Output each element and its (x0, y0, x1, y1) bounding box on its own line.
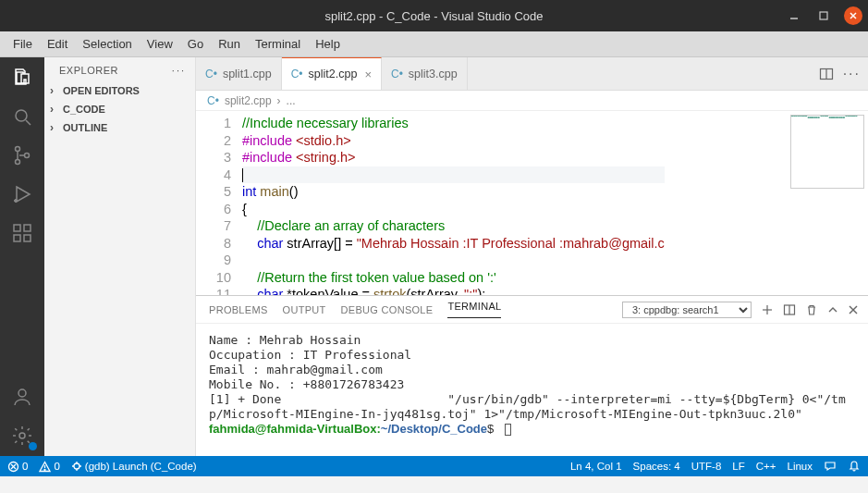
sidebar-section[interactable]: ›OUTLINE (44, 118, 195, 137)
svg-rect-15 (24, 235, 31, 241)
svg-point-4 (16, 110, 27, 121)
svg-rect-13 (14, 225, 20, 231)
terminal-select[interactable]: 3: cppdbg: search1 (622, 302, 752, 318)
notifications-icon[interactable] (848, 460, 861, 473)
tab-bar: C•split1.cppC•split2.cpp×C•split3.cpp ··… (196, 57, 868, 91)
window-title: split2.cpp - C_Code - Visual Studio Code (324, 9, 543, 23)
search-icon[interactable] (9, 104, 35, 129)
svg-rect-1 (820, 12, 827, 19)
status-eol[interactable]: LF (732, 461, 744, 472)
sidebar-more-icon[interactable]: ··· (172, 65, 186, 76)
menu-view[interactable]: View (140, 33, 180, 55)
panel-tab-bar: PROBLEMSOUTPUTDEBUG CONSOLETERMINAL 3: c… (196, 296, 868, 324)
sidebar: EXPLORER ··· ›OPEN EDITORS›C_CODE›OUTLIN… (44, 57, 196, 456)
close-tab-icon[interactable]: × (364, 68, 372, 81)
editor-tab[interactable]: C•split2.cpp× (282, 57, 382, 90)
explorer-icon[interactable] (9, 65, 35, 91)
cpp-file-icon: C• (207, 94, 219, 107)
svg-point-18 (19, 433, 25, 438)
svg-point-17 (18, 389, 26, 397)
close-panel-icon[interactable] (848, 304, 859, 315)
panel-tab[interactable]: DEBUG CONSOLE (341, 304, 434, 315)
status-launch[interactable]: (gdb) Launch (C_Code) (71, 461, 197, 472)
split-editor-icon[interactable] (819, 67, 834, 81)
titlebar: split2.cpp - C_Code - Visual Studio Code (0, 0, 868, 31)
terminal-output[interactable]: Name : Mehrab Hossain Occupation : IT Pr… (196, 324, 868, 456)
minimap[interactable]: ▀▀▀▀▀▀▀▀ ▄▄▄▄▄▄ ▀▀▀▀ ▄▄▄▄▄▄▄▄ ▀▀▀▀▀▀ (790, 115, 864, 189)
code-editor[interactable]: 1234567891011 //Include necessary librar… (196, 111, 868, 295)
svg-rect-16 (24, 225, 31, 231)
cpp-file-icon: C• (291, 68, 303, 80)
chevron-right-icon: › (50, 121, 61, 134)
editor-tab[interactable]: C•split3.cpp (382, 57, 468, 90)
feedback-icon[interactable] (824, 460, 837, 473)
svg-point-33 (74, 463, 79, 469)
status-errors[interactable]: 0 (7, 461, 28, 473)
extensions-icon[interactable] (9, 220, 35, 246)
trash-icon[interactable] (805, 303, 818, 316)
panel-tab[interactable]: OUTPUT (283, 304, 326, 315)
status-encoding[interactable]: UTF-8 (691, 461, 722, 472)
svg-line-5 (26, 120, 31, 125)
accounts-icon[interactable] (9, 384, 35, 410)
panel-tab[interactable]: TERMINAL (447, 301, 501, 318)
sidebar-section[interactable]: ›C_CODE (44, 100, 195, 118)
svg-marker-9 (17, 187, 30, 202)
new-terminal-icon[interactable] (761, 303, 774, 316)
status-os[interactable]: Linux (788, 461, 813, 472)
menu-selection[interactable]: Selection (75, 33, 139, 55)
activity-bar (0, 57, 44, 456)
split-terminal-icon[interactable] (783, 303, 796, 316)
cpp-file-icon: C• (391, 68, 403, 80)
panel: PROBLEMSOUTPUTDEBUG CONSOLETERMINAL 3: c… (196, 295, 868, 456)
status-spaces[interactable]: Spaces: 4 (633, 461, 680, 472)
menu-run[interactable]: Run (211, 33, 248, 55)
status-warnings[interactable]: 0 (39, 461, 59, 473)
menu-go[interactable]: Go (180, 33, 211, 55)
chevron-right-icon: › (50, 84, 61, 97)
window-controls (785, 6, 862, 25)
chevron-up-icon[interactable] (827, 304, 838, 315)
breadcrumb[interactable]: C• split2.cpp › ... (196, 91, 868, 111)
menu-edit[interactable]: Edit (40, 33, 75, 55)
svg-point-7 (16, 160, 20, 165)
menu-help[interactable]: Help (308, 33, 348, 55)
minimize-button[interactable] (785, 6, 803, 25)
status-lncol[interactable]: Ln 4, Col 1 (570, 461, 622, 472)
sidebar-section[interactable]: ›OPEN EDITORS (44, 81, 195, 100)
maximize-button[interactable] (814, 6, 833, 25)
svg-point-8 (25, 154, 30, 158)
panel-tab[interactable]: PROBLEMS (209, 304, 268, 315)
menubar: FileEditSelectionViewGoRunTerminalHelp (0, 31, 868, 57)
settings-icon[interactable] (9, 423, 35, 449)
editor-tab[interactable]: C•split1.cpp (196, 57, 282, 90)
sidebar-title: EXPLORER (59, 65, 118, 76)
status-bar: 0 0 (gdb) Launch (C_Code) Ln 4, Col 1 Sp… (0, 456, 868, 476)
svg-point-6 (16, 147, 20, 152)
source-control-icon[interactable] (9, 142, 35, 168)
chevron-right-icon: › (50, 103, 61, 116)
svg-rect-14 (14, 235, 20, 241)
editor-more-icon[interactable]: ··· (843, 66, 861, 82)
close-button[interactable] (844, 6, 862, 25)
menu-terminal[interactable]: Terminal (248, 33, 308, 55)
cpp-file-icon: C• (205, 68, 217, 80)
status-language[interactable]: C++ (756, 461, 776, 472)
menu-file[interactable]: File (6, 33, 40, 55)
chevron-right-icon: › (277, 94, 281, 107)
svg-point-32 (44, 469, 45, 470)
run-debug-icon[interactable] (9, 181, 35, 207)
